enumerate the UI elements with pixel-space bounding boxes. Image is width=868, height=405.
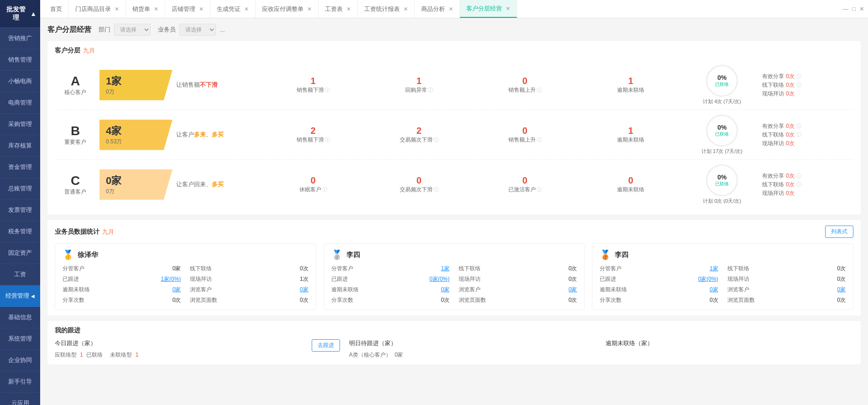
tier-c-circle-lbl: 已联络 <box>715 181 729 187</box>
tab-mendian[interactable]: 门店商品目录 ✕ <box>69 0 126 18</box>
sidebar-item-gudingzichan[interactable]: 固定资产 <box>0 242 40 264</box>
tier-c-stat4-count: 0 <box>580 175 682 186</box>
tier-a-stat3-count: 0 <box>474 76 576 86</box>
dept-select[interactable]: 请选择 <box>114 24 151 36</box>
tab-shangpin-close[interactable]: ✕ <box>449 6 453 12</box>
tier-a-offline-info[interactable]: ⓘ <box>796 82 801 89</box>
sidebar-item-zijin[interactable]: 资金管理 <box>0 157 40 178</box>
customer-tiers-month: 九月 <box>83 47 95 55</box>
sidebar-item-yingxiao[interactable]: 营销推广 <box>0 28 40 49</box>
tier-c-side-stats: 有效分享 0次 ⓘ 线下联络 0次 ⓘ 现场拜访 0次 <box>762 172 853 197</box>
tier-b-stat1-info[interactable]: ⓘ <box>325 137 330 143</box>
tier-b-circle-pct: 0% <box>717 124 727 131</box>
followup-today-badge2: 1 <box>136 352 139 358</box>
medal-icon-1: 🥈 <box>331 249 343 260</box>
tier-a-stat1-label: 销售额下滑 ⓘ <box>262 86 364 94</box>
tab-mendiangl-close[interactable]: ✕ <box>199 6 204 12</box>
tab-kehu-close[interactable]: ✕ <box>506 5 510 12</box>
tab-mendian-close[interactable]: ✕ <box>115 6 119 12</box>
tab-home[interactable]: 首页 <box>44 0 69 18</box>
sidebar-item-xiaoshou[interactable]: 销售管理 <box>0 49 40 71</box>
tier-c-stat3-info[interactable]: ⓘ <box>537 186 542 193</box>
tab-shangpin[interactable]: 商品分析 ✕ <box>415 0 460 18</box>
tier-c-offline-info[interactable]: ⓘ <box>796 181 801 188</box>
window-maximize-btn[interactable]: □ <box>852 5 856 12</box>
tier-b-share-info[interactable]: ⓘ <box>796 123 801 130</box>
tier-a-stat1-count: 1 <box>262 76 364 86</box>
tab-shengcheng-close[interactable]: ✕ <box>244 6 249 12</box>
list-view-button[interactable]: 列表式 <box>825 226 853 238</box>
sidebar-item-label: 资金管理 <box>8 163 32 170</box>
tab-tongji[interactable]: 工资统计报表 ✕ <box>358 0 415 18</box>
sidebar-item-gongzi[interactable]: 工资 <box>0 264 40 285</box>
sidebar-item-qiye[interactable]: 企业协同 <box>0 350 40 371</box>
sidebar-item-caigou[interactable]: 采购管理 <box>0 114 40 135</box>
sidebar-item-jichu[interactable]: 基础信息 <box>0 307 40 328</box>
sales-stat-yuqi-0: 逾期未联络 0家 <box>63 286 181 294</box>
tier-c-stat4: 0 逾期未联络 <box>580 175 682 194</box>
tier-a-stat2-info[interactable]: ⓘ <box>428 87 433 94</box>
sales-stat-fenguan-0: 分管客户 0家 <box>63 265 181 273</box>
tier-a-stat2: 1 回购异常 ⓘ <box>368 76 470 94</box>
sales-select[interactable]: 请选择 <box>179 24 216 36</box>
tier-b-suggestion: 让客户多来、多买 <box>176 131 258 139</box>
sidebar-item-kucun[interactable]: 库存核算 <box>0 135 40 157</box>
sidebar-item-fapiao[interactable]: 发票管理 <box>0 200 40 221</box>
tier-a-stat1-info[interactable]: ⓘ <box>325 87 330 94</box>
tab-gongzi[interactable]: 工资表 ✕ <box>319 0 358 18</box>
tier-b-circle-outer: 0% 已联络 <box>706 115 738 147</box>
more-filter-btn[interactable]: ... <box>220 26 225 33</box>
sales-stats-1: 分管客户 1家 线下联络 0次 已跟进 0家(0%) 现场拜访 <box>331 265 577 304</box>
tier-a-circle: 0% 已联络 计划 4次 (7天/次) <box>685 65 758 105</box>
tab-kehu[interactable]: 客户分层经营 ✕ <box>460 0 517 18</box>
tier-b-stat4-label: 逾期未联络 <box>580 136 682 144</box>
sidebar-item-shuiwu[interactable]: 税务管理 <box>0 221 40 242</box>
sales-stat-liulan-2: 浏览客户 0家 <box>727 286 846 294</box>
tier-c-share-info[interactable]: ⓘ <box>796 173 801 179</box>
tier-c-letter: C <box>55 174 96 188</box>
tab-bar: 首页 门店商品目录 ✕ 销货单 ✕ 店铺管理 ✕ 生成凭证 ✕ 应收应付调整单 … <box>40 0 868 18</box>
tab-yingshou[interactable]: 应收应付调整单 ✕ <box>256 0 319 18</box>
tier-b-stat2-info[interactable]: ⓘ <box>434 137 439 143</box>
followup-title: 我的跟进 <box>55 326 853 335</box>
tier-c-stat4-label: 逾期未联络 <box>580 186 682 194</box>
tier-c-stat2-info[interactable]: ⓘ <box>434 186 439 193</box>
tab-mendiangl[interactable]: 店铺管理 ✕ <box>165 0 210 18</box>
followup-today-title: 今日跟进（家） <box>55 339 303 347</box>
tab-xiaohuodan[interactable]: 销货单 ✕ <box>126 0 165 18</box>
goto-followup-button[interactable]: 去跟进 <box>312 339 340 352</box>
sidebar-top[interactable]: 批发管理 ▲ <box>0 0 40 28</box>
sales-card-0: 🥇 徐泽华 分管客户 0家 线下联络 0次 已跟进 <box>55 243 316 310</box>
tier-a-stat3-info[interactable]: ⓘ <box>537 87 542 94</box>
tier-b-offline-info[interactable]: ⓘ <box>796 131 801 138</box>
tier-c-amount: 0万 <box>106 188 159 195</box>
sidebar-item-zongzhang[interactable]: 总账管理 <box>0 178 40 200</box>
sidebar-collapse-icon[interactable]: ▲ <box>30 10 37 17</box>
followup-today-row2: 未联络型 1 <box>110 351 140 359</box>
sidebar-item-label: 采购管理 <box>8 121 32 127</box>
sidebar-item-xiaodian[interactable]: 小畅电商 <box>0 71 40 92</box>
medal-icon-0: 🥇 <box>63 249 74 260</box>
tab-yingshou-close[interactable]: ✕ <box>307 6 312 12</box>
tier-c-circle-outer: 0% 已联络 <box>706 164 738 196</box>
tier-b-count-box: 4家 0.53万 <box>99 120 173 150</box>
window-close-btn[interactable]: ✕ <box>859 5 864 12</box>
sidebar-item-xinshou[interactable]: 新手引导 <box>0 371 40 393</box>
tab-gongzi-close[interactable]: ✕ <box>346 6 351 12</box>
tier-c-stat1-info[interactable]: ⓘ <box>322 186 327 193</box>
sidebar-item-dianshang[interactable]: 电商管理 <box>0 92 40 114</box>
tier-a-stat2-count: 1 <box>368 76 470 86</box>
tier-b-stat3-info[interactable]: ⓘ <box>537 137 542 143</box>
sidebar-item-label: 固定资产 <box>8 249 32 256</box>
tier-c-count-box: 0家 0万 <box>99 169 173 200</box>
sales-stat-fenxiang-2: 分享次数 0次 <box>600 296 718 304</box>
sidebar-item-jingying[interactable]: 经营管理 ◀ <box>0 285 40 307</box>
sidebar-item-yun[interactable]: 云应用 <box>0 393 40 405</box>
sidebar-item-xitong[interactable]: 系统管理 <box>0 328 40 350</box>
tier-c-stat3-label: 已激活客户 ⓘ <box>474 186 576 194</box>
tab-tongji-close[interactable]: ✕ <box>403 6 408 12</box>
tab-shengcheng[interactable]: 生成凭证 ✕ <box>210 0 256 18</box>
tab-xiaohuodan-close[interactable]: ✕ <box>154 6 158 12</box>
tier-a-share-info[interactable]: ⓘ <box>796 73 801 80</box>
window-minimize-btn[interactable]: — <box>842 5 848 12</box>
